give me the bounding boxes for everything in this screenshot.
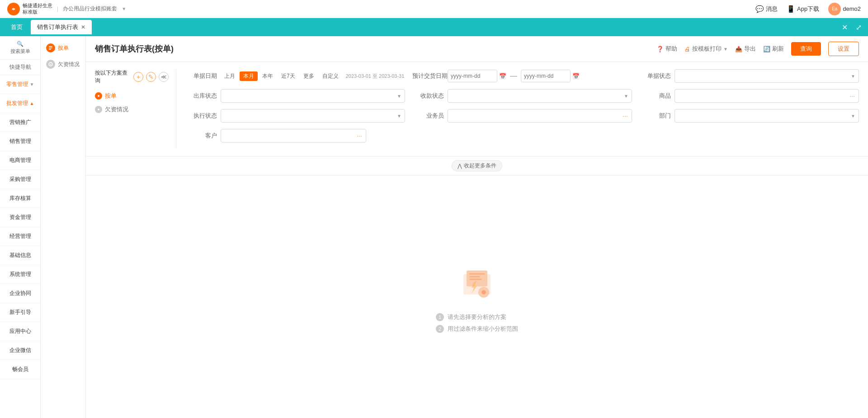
date-tag-more[interactable]: 更多 (300, 71, 318, 81)
scheme-add-btn[interactable]: + (133, 72, 143, 82)
tip-num-1: 1 (436, 313, 444, 321)
payment-status-select[interactable] (448, 89, 632, 103)
sidebar-item-basic-info[interactable]: 基础信息 (0, 246, 40, 265)
top-bar-left: 畅捷通好生意 标准版 | 办公用品行业模拟账套 ▼ (7, 3, 126, 15)
filter-item-expected-delivery: 预计交货日期 📅 — 📅 (412, 70, 632, 82)
doc-status-select-wrapper (675, 69, 859, 83)
filter-item-execution-status: 执行状态 (185, 109, 405, 123)
sidebar-search[interactable]: 🔍 搜索菜单 (0, 36, 40, 60)
filter-grid: 单据日期 上月 本月 本年 近7天 更多 自定义 2023-03-01 至 20… (176, 69, 859, 149)
print-btn[interactable]: 🖨 按模板打印 (684, 45, 728, 53)
date-separator: — (510, 72, 517, 80)
sidebar-item-enterprise-collab[interactable]: 企业协同 (0, 284, 40, 303)
calendar-end-icon[interactable]: 📅 (572, 73, 580, 80)
sidebar-item-ecommerce-mgmt[interactable]: 电商管理 (0, 151, 40, 170)
logo-text: 畅捷通好生意 标准版 (23, 3, 52, 14)
svg-rect-3 (49, 49, 51, 50)
customer-dots-icon: ··· (357, 132, 362, 139)
customer-input[interactable]: ··· (221, 129, 366, 142)
print-icon: 🖨 (684, 46, 690, 52)
sidebar-item-retail-mgmt[interactable]: 零售管理 ▼ (0, 75, 40, 94)
svg-text:¥: ¥ (50, 63, 52, 66)
date-tag-this-month[interactable]: 本月 (240, 71, 258, 81)
goods-dots-icon: ··· (849, 92, 855, 100)
sidebar-item-finance-mgmt[interactable]: 资金管理 (0, 208, 40, 227)
sidebar-quick-nav[interactable]: 快捷导航 (0, 60, 40, 75)
calendar-start-icon[interactable]: 📅 (499, 73, 506, 80)
scheme-actions: + ✎ ≪ (133, 72, 169, 82)
filter-item-customer: 客户 ··· (185, 129, 366, 142)
sidebar-item-purchase-mgmt[interactable]: 采购管理 (0, 170, 40, 189)
filter-item-delivery-status: 出库状态 (185, 89, 405, 103)
chevron-down-icon: ▼ (30, 82, 34, 87)
svg-rect-10 (469, 273, 485, 275)
tab-home[interactable]: 首页 (5, 20, 29, 34)
delivery-status-select[interactable] (221, 89, 405, 103)
date-start-input[interactable] (448, 70, 497, 82)
sidebar-item-sales-mgmt[interactable]: 销售管理 (0, 132, 40, 151)
scheme-edit-btn[interactable]: ✎ (146, 72, 156, 82)
sub-menu-item-order[interactable]: 按单 (41, 40, 85, 56)
sidebar-item-inventory-check[interactable]: 库存核算 (0, 189, 40, 208)
doc-status-select[interactable] (675, 69, 859, 83)
date-tag-last-7days[interactable]: 近7天 (278, 71, 299, 81)
filter-item-salesperson: 业务员 ··· (412, 109, 632, 123)
collapse-bar[interactable]: ⋀ 收起更多条件 (86, 157, 868, 176)
filter-panel: 按以下方案查询 + ✎ ≪ (86, 62, 868, 157)
collapse-button[interactable]: ⋀ 收起更多条件 (452, 160, 502, 171)
sub-menu-item-credit[interactable]: ¥ 欠资情况 (41, 56, 85, 72)
message-btn[interactable]: 💬 消息 (755, 5, 778, 13)
sidebar-item-marketing[interactable]: 营销推广 (0, 113, 40, 132)
scheme-active-dot (95, 92, 102, 100)
collapse-up-icon: ⋀ (458, 163, 462, 169)
export-icon: 📤 (735, 46, 742, 52)
date-end-input[interactable] (521, 70, 571, 82)
sidebar-item-new-guide[interactable]: 新手引导 (0, 303, 40, 322)
date-options: 上月 本月 本年 近7天 更多 自定义 (221, 71, 342, 81)
sidebar-item-wholesale-mgmt[interactable]: 批发管理 ▲ (0, 94, 40, 113)
user-profile-btn[interactable]: Ea demo2 (828, 3, 861, 15)
date-start-wrapper: 📅 (448, 70, 506, 82)
export-btn[interactable]: 📤 导出 (735, 45, 756, 53)
salesperson-dots-icon: ··· (623, 112, 628, 119)
sidebar-item-operations-mgmt[interactable]: 经营管理 (0, 227, 40, 246)
filter-row-1: 单据日期 上月 本月 本年 近7天 更多 自定义 2023-03-01 至 20… (185, 69, 859, 83)
query-button[interactable]: 查询 (791, 42, 821, 56)
breadcrumb-arrow-icon[interactable]: ▼ (122, 6, 126, 11)
sidebar-item-member[interactable]: 畅会员 (0, 360, 40, 379)
breadcrumb[interactable]: 办公用品行业模拟账套 (63, 5, 117, 13)
department-select[interactable] (675, 109, 859, 123)
app-download-btn[interactable]: 📱 App下载 (787, 5, 819, 13)
svg-rect-12 (469, 279, 482, 280)
help-btn[interactable]: ❓ 帮助 (656, 45, 677, 53)
salesperson-input[interactable]: ··· (448, 109, 632, 123)
department-wrapper (675, 109, 859, 123)
filter-item-payment-status: 收款状态 (412, 89, 632, 103)
tab-sales-execution[interactable]: 销售订单执行表 ✕ (31, 20, 92, 34)
top-bar-right: 💬 消息 📱 App下载 Ea demo2 (755, 3, 861, 15)
close-window-icon[interactable]: ✕ (840, 22, 849, 33)
sidebar-item-enterprise-wechat[interactable]: 企业微信 (0, 341, 40, 360)
scheme-item-by-order[interactable]: 按单 (95, 89, 169, 103)
date-range-display: 2023-03-01 至 2023-03-31 (346, 73, 405, 80)
setting-button[interactable]: 设置 (828, 42, 859, 56)
help-icon: ❓ (656, 46, 664, 52)
scheme-collapse-btn[interactable]: ≪ (159, 72, 169, 82)
execution-status-select[interactable] (221, 109, 405, 123)
scheme-item-credit[interactable]: 欠资情况 (95, 103, 169, 116)
goods-input[interactable]: ··· (675, 89, 859, 103)
sidebar-item-system-mgmt[interactable]: 系统管理 (0, 265, 40, 284)
svg-rect-9 (467, 271, 487, 286)
date-tag-this-year[interactable]: 本年 (259, 71, 277, 81)
date-tag-last-month[interactable]: 上月 (221, 71, 239, 81)
date-tag-custom[interactable]: 自定义 (319, 71, 342, 81)
sidebar-item-app-center[interactable]: 应用中心 (0, 322, 40, 341)
svg-rect-1 (49, 46, 52, 47)
avatar: Ea (828, 3, 841, 15)
search-icon: 🔍 (17, 41, 24, 47)
nav-actions: ✕ ⤢ (840, 22, 863, 33)
expand-window-icon[interactable]: ⤢ (854, 22, 863, 33)
tab-close-icon[interactable]: ✕ (81, 24, 85, 30)
date-end-wrapper: 📅 (521, 70, 580, 82)
refresh-btn[interactable]: 🔄 刷新 (763, 45, 784, 53)
